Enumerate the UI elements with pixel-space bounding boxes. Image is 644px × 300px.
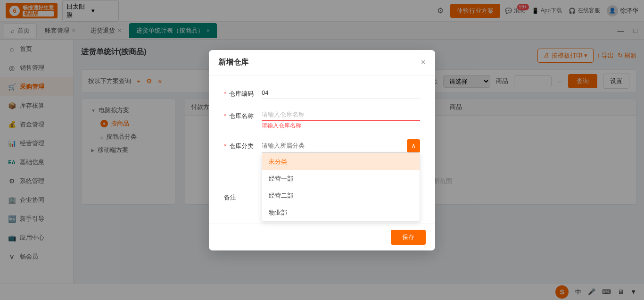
modal-title: 新增仓库	[218, 58, 248, 67]
save-button[interactable]: 保存	[391, 230, 426, 245]
code-row: * 仓库编码	[224, 87, 420, 99]
category-arrow-button[interactable]: ∧	[407, 139, 420, 152]
category-select-wrap: ∧	[262, 139, 420, 153]
note-label: 备注	[224, 191, 262, 202]
dropdown-item-2[interactable]: 经营二部	[262, 187, 420, 204]
code-input[interactable]	[262, 87, 420, 99]
code-label: * 仓库编码	[224, 87, 262, 98]
modal-header: 新增仓库 ×	[209, 50, 435, 75]
name-input[interactable]	[262, 108, 420, 121]
category-row: * 仓库分类 ∧ 未分类 经营一部 经营二部 物业部	[224, 139, 420, 153]
name-field-wrap	[262, 108, 420, 121]
name-error-hint: 请输入仓库名称	[262, 122, 301, 129]
category-dropdown: 未分类 经营一部 经营二部 物业部	[262, 153, 420, 222]
name-label-text: 仓库名称	[229, 112, 254, 119]
category-required-star: *	[224, 142, 226, 150]
category-label-text: 仓库分类	[229, 142, 254, 150]
name-row: * 仓库名称 请输入仓库名称	[224, 108, 420, 130]
modal-overlay: 新增仓库 × * 仓库编码 * 仓库名称	[0, 0, 644, 300]
name-label: * 仓库名称	[224, 109, 262, 120]
code-label-text: 仓库编码	[229, 90, 254, 97]
modal-footer: 保存	[209, 224, 435, 250]
category-input[interactable]	[262, 140, 407, 151]
add-warehouse-modal: 新增仓库 × * 仓库编码 * 仓库名称	[209, 50, 435, 250]
modal-body: * 仓库编码 * 仓库名称 请输入仓库名称	[209, 75, 435, 224]
code-required-star: *	[224, 90, 226, 97]
dropdown-item-1[interactable]: 经营一部	[262, 170, 420, 187]
name-required-star: *	[224, 112, 226, 119]
dropdown-item-0[interactable]: 未分类	[262, 153, 420, 170]
note-label-text: 备注	[224, 194, 236, 201]
dropdown-item-3[interactable]: 物业部	[262, 204, 420, 221]
category-field-wrap: ∧ 未分类 经营一部 经营二部 物业部	[262, 139, 420, 153]
category-label: * 仓库分类	[224, 139, 262, 150]
modal-close-button[interactable]: ×	[421, 58, 426, 67]
